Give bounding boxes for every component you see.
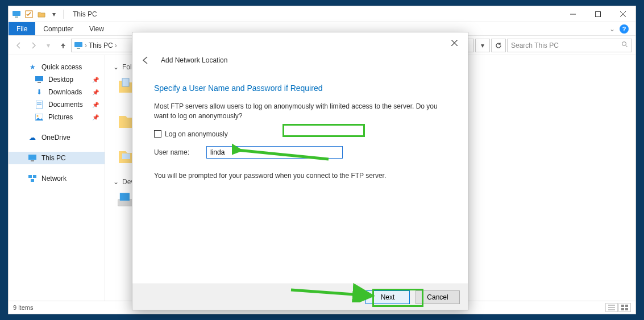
new-folder-icon[interactable]	[37, 10, 46, 19]
sidebar-label: This PC	[41, 154, 66, 162]
username-row: User name:	[154, 146, 446, 159]
nav-back-button[interactable]	[12, 39, 26, 52]
sidebar-this-pc[interactable]: This PC	[9, 152, 105, 164]
sidebar-label: OneDrive	[41, 134, 70, 142]
pin-icon: 📌	[92, 102, 99, 108]
large-icons-view-button[interactable]	[618, 303, 631, 312]
svg-rect-22	[31, 179, 34, 182]
ribbon-expand-icon[interactable]: ⌄	[609, 25, 615, 33]
add-network-location-wizard: Add Network Location Specify a User Name…	[132, 32, 468, 310]
svg-point-17	[37, 115, 39, 117]
titlebar: ▾ This PC	[9, 6, 635, 22]
svg-rect-31	[625, 305, 628, 307]
search-icon	[621, 41, 628, 49]
this-pc-icon	[12, 10, 21, 19]
svg-rect-19	[31, 160, 34, 161]
onedrive-icon: ☁	[28, 133, 37, 142]
svg-rect-7	[74, 42, 82, 47]
quick-access-toolbar: ▾ This PC	[12, 10, 97, 19]
nav-up-button[interactable]	[56, 39, 70, 52]
pictures-icon	[35, 113, 44, 122]
chevron-down-icon: ⌄	[113, 63, 119, 71]
desktop-icon	[35, 75, 44, 84]
svg-rect-20	[28, 175, 32, 178]
sidebar-label: Desktop	[48, 76, 73, 84]
wizard-back-button[interactable]	[138, 53, 153, 68]
wizard-titlebar	[132, 32, 468, 53]
wizard-description: Most FTP servers allow users to log on a…	[154, 102, 446, 121]
svg-rect-23	[122, 78, 129, 86]
svg-rect-11	[35, 76, 43, 81]
pin-icon: 📌	[92, 77, 99, 83]
help-icon[interactable]: ?	[620, 24, 629, 34]
view-tab[interactable]: View	[81, 22, 112, 35]
pin-icon: 📌	[92, 89, 99, 95]
svg-rect-33	[625, 308, 628, 310]
documents-icon	[35, 100, 44, 109]
svg-rect-4	[596, 11, 601, 16]
search-placeholder: Search This PC	[511, 41, 559, 49]
sidebar-item-pictures[interactable]: Pictures 📌	[9, 111, 105, 123]
svg-rect-18	[28, 155, 36, 160]
sidebar-onedrive[interactable]: ☁ OneDrive	[9, 131, 105, 144]
navigation-pane: ★ Quick access Desktop 📌 ⬇ Downloads 📌 D…	[9, 55, 105, 301]
downloads-icon: ⬇	[35, 88, 44, 97]
nav-recent-dropdown[interactable]: ▾	[41, 39, 55, 52]
minimize-button[interactable]	[560, 6, 585, 22]
sidebar-label: Quick access	[41, 63, 82, 71]
breadcrumb-chevron-icon[interactable]: ›	[85, 41, 87, 49]
sidebar-network[interactable]: Network	[9, 172, 105, 185]
wizard-header: Add Network Location	[132, 53, 468, 71]
sidebar-label: Downloads	[48, 88, 82, 96]
anonymous-login-checkbox[interactable]	[154, 130, 161, 138]
refresh-button[interactable]	[491, 39, 506, 52]
address-dropdown-button[interactable]: ▾	[475, 39, 490, 52]
cancel-button[interactable]: Cancel	[416, 290, 460, 304]
wizard-body: Specify a User Name and Password if Requ…	[132, 71, 468, 284]
svg-rect-1	[15, 16, 18, 18]
wizard-footer: Next Cancel	[132, 284, 468, 310]
window-controls	[560, 6, 635, 22]
search-box[interactable]: Search This PC	[507, 39, 632, 52]
sidebar-label: Pictures	[48, 113, 73, 121]
close-button[interactable]	[610, 6, 635, 22]
breadcrumb-chevron-icon[interactable]: ›	[115, 41, 117, 49]
status-item-count: 9 items	[13, 304, 33, 311]
svg-rect-30	[621, 305, 624, 307]
file-tab[interactable]: File	[9, 22, 35, 35]
wizard-heading: Specify a User Name and Password if Requ…	[154, 84, 446, 93]
wizard-close-button[interactable]	[443, 34, 466, 51]
chevron-down-icon: ⌄	[113, 178, 119, 186]
properties-icon[interactable]	[24, 10, 34, 19]
details-view-button[interactable]	[605, 303, 618, 312]
window-title: This PC	[73, 10, 97, 18]
qat-dropdown-icon[interactable]: ▾	[49, 10, 59, 19]
next-button[interactable]: Next	[365, 290, 410, 304]
star-icon: ★	[28, 63, 37, 72]
svg-rect-8	[77, 48, 80, 49]
username-label: User name:	[154, 148, 194, 156]
breadcrumb-segment[interactable]: This PC	[89, 41, 113, 49]
svg-rect-24	[122, 153, 130, 159]
sidebar-item-documents[interactable]: Documents 📌	[9, 98, 105, 111]
this-pc-icon	[28, 153, 37, 163]
maximize-button[interactable]	[585, 6, 610, 22]
sidebar-label: Documents	[48, 101, 83, 109]
svg-rect-32	[621, 308, 624, 310]
sidebar-quick-access[interactable]: ★ Quick access	[9, 61, 105, 73]
svg-rect-0	[13, 11, 20, 16]
svg-rect-26	[120, 193, 130, 201]
username-input[interactable]	[206, 146, 343, 159]
svg-rect-21	[33, 175, 36, 178]
sidebar-item-downloads[interactable]: ⬇ Downloads 📌	[9, 86, 105, 98]
anonymous-login-label: Log on anonymously	[165, 130, 228, 138]
sidebar-item-desktop[interactable]: Desktop 📌	[9, 73, 105, 86]
nav-forward-button[interactable]	[27, 39, 40, 52]
svg-point-9	[622, 42, 626, 46]
computer-tab[interactable]: Computer	[35, 22, 81, 35]
svg-line-10	[626, 45, 628, 47]
sidebar-label: Network	[41, 174, 67, 182]
wizard-title: Add Network Location	[161, 56, 227, 64]
svg-rect-12	[38, 82, 41, 83]
anonymous-login-row: Log on anonymously	[154, 130, 446, 138]
